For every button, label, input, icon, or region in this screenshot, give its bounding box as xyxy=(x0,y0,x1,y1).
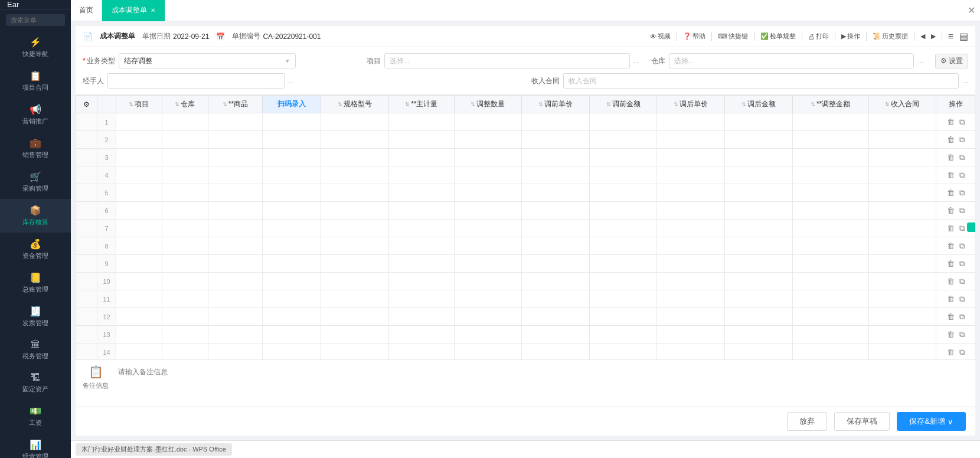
row-after-price-cell[interactable] xyxy=(657,131,725,149)
row-scan-cell[interactable] xyxy=(263,344,321,360)
taskbar-wps-item[interactable]: 木门行业好业财处理方案-墨红红.doc - WPS Office xyxy=(76,443,232,456)
col-spec-type[interactable]: ⇅规格型号 xyxy=(321,96,389,113)
row-project-cell[interactable] xyxy=(116,220,162,237)
row-copy-icon[interactable]: ⧉ xyxy=(958,346,966,358)
row-warehouse-cell[interactable] xyxy=(162,326,208,344)
row-product-cell[interactable] xyxy=(208,237,262,255)
row-after-price-cell[interactable] xyxy=(657,237,725,255)
operate-action[interactable]: ▶ 操作 xyxy=(841,32,860,41)
row-adj-qty-cell[interactable] xyxy=(454,184,522,202)
row-after-amount-cell[interactable] xyxy=(725,326,793,344)
row-income-contract-cell[interactable] xyxy=(868,113,936,131)
row-prev-amount-cell[interactable] xyxy=(589,255,657,273)
row-warehouse-cell[interactable] xyxy=(162,255,208,273)
row-scan-cell[interactable] xyxy=(263,113,321,131)
row-after-price-cell[interactable] xyxy=(657,326,725,344)
row-spec-cell[interactable] xyxy=(321,166,389,184)
col-after-amount[interactable]: ⇅调后金额 xyxy=(725,96,793,113)
sidebar-item-operations[interactable]: 📊 经营管理 xyxy=(0,433,71,458)
row-income-contract-cell[interactable] xyxy=(868,202,936,220)
row-unit-cell[interactable] xyxy=(389,308,455,326)
row-adj-qty-cell[interactable] xyxy=(454,255,522,273)
row-prev-price-cell[interactable] xyxy=(522,220,590,237)
row-delete-icon[interactable]: 🗑 xyxy=(946,293,956,305)
row-product-cell[interactable] xyxy=(208,220,262,237)
row-scan-cell[interactable] xyxy=(263,166,321,184)
nav-next-btn[interactable]: ▶ xyxy=(931,32,936,40)
row-adj-amount-cell[interactable] xyxy=(792,326,868,344)
row-adj-amount-cell[interactable] xyxy=(792,308,868,326)
row-prev-price-cell[interactable] xyxy=(522,290,590,308)
row-after-price-cell[interactable] xyxy=(657,308,725,326)
row-adj-qty-cell[interactable] xyxy=(454,273,522,290)
row-adj-amount-cell[interactable] xyxy=(792,202,868,220)
row-income-contract-cell[interactable] xyxy=(868,184,936,202)
sidebar-item-shortcut[interactable]: ⚡ 快捷导航 xyxy=(0,31,71,64)
row-adj-qty-cell[interactable] xyxy=(454,220,522,237)
row-adj-amount-cell[interactable] xyxy=(792,290,868,308)
row-delete-icon[interactable]: 🗑 xyxy=(946,311,956,322)
row-after-amount-cell[interactable] xyxy=(725,308,793,326)
col-project[interactable]: ⇅项目 xyxy=(116,96,162,113)
row-after-amount-cell[interactable] xyxy=(725,273,793,290)
row-unit-cell[interactable] xyxy=(389,220,455,237)
row-spec-cell[interactable] xyxy=(321,255,389,273)
row-warehouse-cell[interactable] xyxy=(162,113,208,131)
row-unit-cell[interactable] xyxy=(389,131,455,149)
sidebar-item-fixed-assets[interactable]: 🏗 固定资产 xyxy=(0,367,71,400)
row-prev-amount-cell[interactable] xyxy=(589,237,657,255)
row-after-amount-cell[interactable] xyxy=(725,344,793,360)
row-adj-amount-cell[interactable] xyxy=(792,166,868,184)
row-income-contract-cell[interactable] xyxy=(868,131,936,149)
row-adj-amount-cell[interactable] xyxy=(792,237,868,255)
row-warehouse-cell[interactable] xyxy=(162,308,208,326)
row-delete-icon[interactable]: 🗑 xyxy=(946,152,956,163)
row-adj-qty-cell[interactable] xyxy=(454,308,522,326)
row-delete-icon[interactable]: 🗑 xyxy=(946,187,956,198)
row-spec-cell[interactable] xyxy=(321,131,389,149)
row-prev-price-cell[interactable] xyxy=(522,184,590,202)
row-prev-amount-cell[interactable] xyxy=(589,290,657,308)
col-product[interactable]: ⇅**商品 xyxy=(208,96,262,113)
row-unit-cell[interactable] xyxy=(389,149,455,166)
row-after-amount-cell[interactable] xyxy=(725,220,793,237)
row-copy-icon[interactable]: ⧉ xyxy=(958,329,966,341)
business-type-input[interactable]: 结存调整 ▼ xyxy=(119,53,296,68)
row-product-cell[interactable] xyxy=(208,202,262,220)
row-project-cell[interactable] xyxy=(116,344,162,360)
row-project-cell[interactable] xyxy=(116,131,162,149)
row-project-cell[interactable] xyxy=(116,255,162,273)
print-action[interactable]: 🖨 打印 xyxy=(808,32,829,41)
row-prev-amount-cell[interactable] xyxy=(589,166,657,184)
col-warehouse[interactable]: ⇅仓库 xyxy=(162,96,208,113)
row-warehouse-cell[interactable] xyxy=(162,149,208,166)
row-project-cell[interactable] xyxy=(116,290,162,308)
row-delete-icon[interactable]: 🗑 xyxy=(946,240,956,251)
row-product-cell[interactable] xyxy=(208,326,262,344)
row-income-contract-cell[interactable] xyxy=(868,166,936,184)
row-prev-price-cell[interactable] xyxy=(522,308,590,326)
list-view-btn[interactable]: ≡ xyxy=(948,31,953,42)
row-copy-icon[interactable]: ⧉ xyxy=(958,293,966,305)
row-copy-icon[interactable]: ⧉ xyxy=(958,223,966,234)
row-prev-price-cell[interactable] xyxy=(522,255,590,273)
row-after-price-cell[interactable] xyxy=(657,255,725,273)
row-project-cell[interactable] xyxy=(116,326,162,344)
row-after-amount-cell[interactable] xyxy=(725,290,793,308)
row-unit-cell[interactable] xyxy=(389,273,455,290)
row-warehouse-cell[interactable] xyxy=(162,166,208,184)
row-adj-amount-cell[interactable] xyxy=(792,255,868,273)
row-adj-amount-cell[interactable] xyxy=(792,184,868,202)
row-scan-cell[interactable] xyxy=(263,220,321,237)
row-spec-cell[interactable] xyxy=(321,308,389,326)
row-income-contract-cell[interactable] xyxy=(868,255,936,273)
tab-home[interactable]: 首页 xyxy=(71,0,102,21)
right-collapse-tab[interactable]: 展 xyxy=(967,223,975,232)
row-prev-price-cell[interactable] xyxy=(522,166,590,184)
income-contract-dots[interactable]: ... xyxy=(962,77,968,85)
row-copy-icon[interactable]: ⧉ xyxy=(958,276,966,287)
row-unit-cell[interactable] xyxy=(389,202,455,220)
row-spec-cell[interactable] xyxy=(321,273,389,290)
row-prev-amount-cell[interactable] xyxy=(589,202,657,220)
row-project-cell[interactable] xyxy=(116,308,162,326)
